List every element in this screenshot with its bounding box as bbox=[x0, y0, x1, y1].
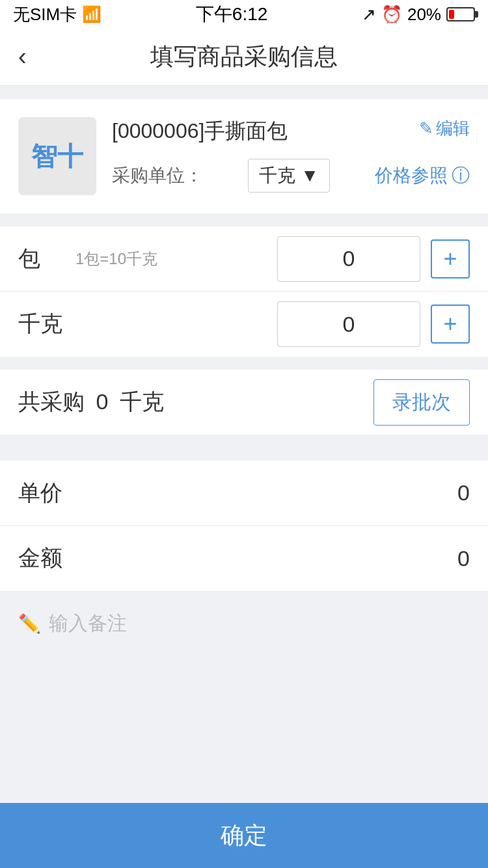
bao-value: 0 bbox=[343, 246, 355, 271]
info-icon: ⓘ bbox=[452, 163, 470, 188]
price-row: 单价 0 bbox=[0, 461, 488, 526]
edit-icon: ✎ bbox=[419, 118, 433, 139]
battery-icon bbox=[446, 7, 475, 21]
detail-section: 单价 0 金额 0 bbox=[0, 461, 488, 591]
status-bar-time: 下午6:12 bbox=[196, 2, 268, 27]
amount-value: 0 bbox=[457, 546, 470, 571]
summary-prefix: 共采购 bbox=[18, 389, 85, 414]
price-label: 单价 bbox=[18, 478, 62, 508]
kg-plus-button[interactable]: + bbox=[431, 305, 470, 344]
divider-1 bbox=[0, 213, 488, 226]
alarm-icon: ⏰ bbox=[381, 5, 402, 25]
product-name: [0000006]手撕面包 bbox=[112, 117, 419, 146]
record-batch-button[interactable]: 录批次 bbox=[373, 379, 470, 426]
note-placeholder: 输入备注 bbox=[49, 610, 127, 637]
unit-select[interactable]: 千克 ▼ bbox=[248, 159, 330, 193]
amount-row: 金额 0 bbox=[0, 526, 488, 591]
summary-text: 共采购 0 千克 bbox=[18, 387, 164, 417]
product-info: [0000006]手撕面包 ✎ 编辑 采购单位： 千克 ▼ 价格参照 ⓘ bbox=[112, 117, 470, 193]
input-section: 包 1包=10千克 0 + 千克 0 + bbox=[0, 226, 488, 357]
confirm-button[interactable]: 确定 bbox=[0, 803, 488, 868]
bao-input-field[interactable]: 0 bbox=[277, 236, 420, 282]
divider-2 bbox=[0, 435, 488, 448]
status-bar-left: 无SIM卡 📶 bbox=[13, 3, 102, 26]
amount-label: 金额 bbox=[18, 543, 62, 573]
pencil-icon: ✏️ bbox=[18, 613, 41, 634]
location-icon: ↗ bbox=[362, 5, 376, 25]
bao-input-row: 包 1包=10千克 0 + bbox=[0, 226, 488, 292]
edit-label: 编辑 bbox=[436, 117, 470, 140]
price-value: 0 bbox=[457, 480, 470, 506]
kg-label: 千克 bbox=[18, 309, 70, 339]
status-bar-right: ↗ ⏰ 20% bbox=[362, 5, 475, 25]
unit-label: 采购单位： bbox=[112, 163, 203, 188]
edit-button[interactable]: ✎ 编辑 bbox=[419, 117, 470, 140]
unit-value: 千克 bbox=[259, 163, 295, 188]
battery-percent: 20% bbox=[407, 5, 441, 25]
page-title: 填写商品采购信息 bbox=[150, 41, 338, 73]
price-ref-label: 价格参照 bbox=[375, 163, 448, 188]
chevron-down-icon: ▼ bbox=[301, 165, 319, 186]
bao-input-wrapper: 0 + bbox=[157, 236, 470, 282]
summary-unit: 千克 bbox=[120, 389, 164, 414]
back-button[interactable]: ‹ bbox=[18, 43, 27, 71]
kg-input-field[interactable]: 0 bbox=[277, 301, 420, 347]
product-card: 智十 [0000006]手撕面包 ✎ 编辑 采购单位： 千克 ▼ 价格参照 ⓘ bbox=[0, 99, 488, 213]
note-section[interactable]: ✏️ 输入备注 bbox=[0, 591, 488, 656]
bao-label: 包 bbox=[18, 244, 70, 274]
unit-row: 采购单位： 千克 ▼ 价格参照 ⓘ bbox=[112, 159, 470, 193]
summary-row: 共采购 0 千克 录批次 bbox=[0, 370, 488, 435]
summary-amount: 0 bbox=[96, 389, 108, 414]
kg-value: 0 bbox=[343, 312, 355, 337]
kg-input-wrapper: 0 + bbox=[70, 301, 470, 347]
bao-plus-button[interactable]: + bbox=[431, 239, 470, 278]
nav-bar: ‹ 填写商品采购信息 bbox=[0, 29, 488, 86]
product-logo: 智十 bbox=[31, 139, 83, 174]
bao-sublabel: 1包=10千克 bbox=[75, 249, 157, 269]
status-bar: 无SIM卡 📶 下午6:12 ↗ ⏰ 20% bbox=[0, 0, 488, 29]
price-ref-button[interactable]: 价格参照 ⓘ bbox=[375, 163, 470, 188]
carrier-text: 无SIM卡 bbox=[13, 3, 77, 26]
kg-input-row: 千克 0 + bbox=[0, 292, 488, 357]
product-name-row: [0000006]手撕面包 ✎ 编辑 bbox=[112, 117, 470, 146]
product-image: 智十 bbox=[18, 117, 96, 195]
wifi-icon: 📶 bbox=[82, 5, 102, 23]
